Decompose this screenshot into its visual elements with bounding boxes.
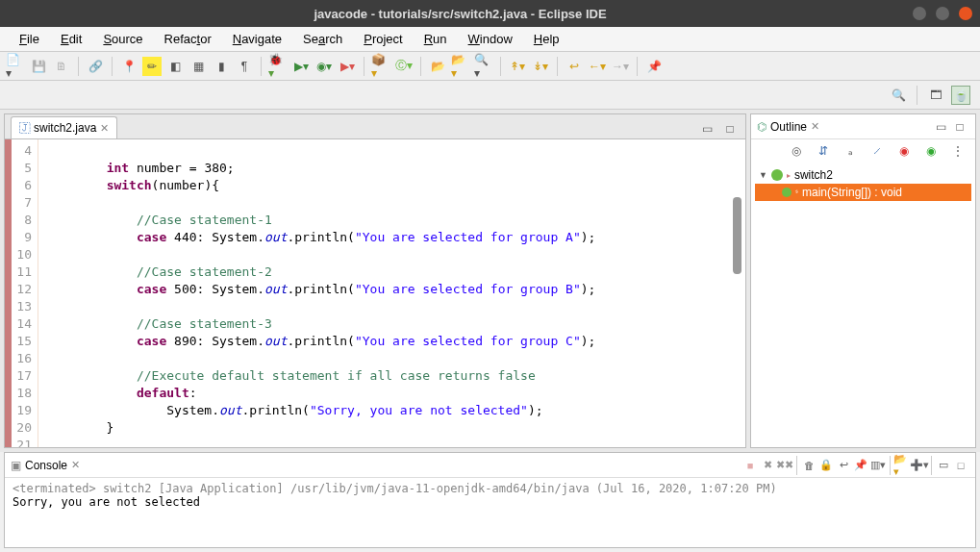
mark-icon[interactable]: ▮: [212, 57, 231, 76]
console-title: Console: [25, 459, 67, 472]
run-icon[interactable]: ▶▾: [291, 57, 311, 76]
terminated-line: <terminated> switch2 [Java Application] …: [13, 482, 967, 495]
pin-editor-icon[interactable]: 📌: [644, 57, 664, 76]
focus-icon[interactable]: ◎: [787, 141, 806, 161]
next-ann-icon[interactable]: ↡▾: [531, 57, 550, 76]
open-type-icon[interactable]: 📂: [428, 57, 447, 76]
window-title: javacode - tutorials/src/switch2.java - …: [8, 7, 913, 21]
menu-file[interactable]: File: [10, 29, 49, 49]
word-wrap-icon[interactable]: ↩: [835, 457, 852, 474]
java-file-icon: 🇯: [19, 122, 30, 134]
code-content[interactable]: int number = 380; switch(number){ //Case…: [38, 139, 733, 447]
main-toolbar: 📄▾ 💾 🗎 🔗 📍 ✏ ◧ ▦ ▮ ¶ 🐞▾ ▶▾ ◉▾ ▶▾ 📦▾ Ⓒ▾ 📂…: [0, 52, 980, 81]
hide-fields-icon[interactable]: ₐ: [841, 141, 860, 161]
editor-tab-label: switch2.java: [34, 121, 96, 135]
menu-search[interactable]: Search: [293, 29, 352, 49]
menu-icon[interactable]: ⋮: [948, 141, 967, 161]
vertical-scrollbar[interactable]: [733, 197, 741, 274]
block-icon[interactable]: ▦: [188, 57, 208, 76]
error-stripe: [5, 139, 12, 447]
console-icon: ▣: [11, 459, 21, 472]
link-icon[interactable]: 🔗: [86, 57, 105, 76]
sort-icon[interactable]: ⇵: [814, 141, 833, 161]
menu-navigate[interactable]: Navigate: [223, 29, 291, 49]
toggle-icon[interactable]: ◧: [165, 57, 185, 76]
new-icon[interactable]: 📄▾: [6, 57, 25, 76]
pin-icon[interactable]: 📍: [119, 57, 138, 76]
display-icon[interactable]: ▥▾: [869, 457, 887, 474]
menu-help[interactable]: Help: [524, 29, 569, 49]
prev-ann-icon[interactable]: ↟▾: [508, 57, 527, 76]
ext-run-icon[interactable]: ▶▾: [338, 57, 357, 76]
pin-console-icon[interactable]: 📌: [852, 457, 869, 474]
fwd-icon[interactable]: →▾: [611, 57, 630, 76]
code-editor[interactable]: 456789101112131415161718192021 int numbe…: [5, 139, 745, 447]
scroll-lock-icon[interactable]: 🔒: [817, 457, 835, 474]
open-perspective-icon[interactable]: 🗔: [926, 86, 945, 105]
newclass-icon[interactable]: Ⓒ▾: [394, 57, 414, 76]
para-icon[interactable]: ¶: [235, 57, 254, 76]
method-name-label: main(String[]) : void: [802, 186, 902, 199]
remove-icon[interactable]: ✖: [759, 457, 776, 474]
highlight-icon[interactable]: ✏: [142, 57, 162, 76]
maximize-view-icon[interactable]: □: [720, 119, 740, 138]
console-close-icon[interactable]: ✕: [71, 459, 80, 471]
tab-close-icon[interactable]: ✕: [100, 122, 109, 135]
outline-title: Outline: [770, 120, 807, 134]
menu-window[interactable]: Window: [459, 29, 522, 49]
titlebar: javacode - tutorials/src/switch2.java - …: [0, 0, 980, 27]
debug-icon[interactable]: 🐞▾: [268, 57, 288, 76]
menubar: File Edit Source Refactor Navigate Searc…: [0, 27, 980, 52]
console-output[interactable]: <terminated> switch2 [Java Application] …: [5, 478, 975, 547]
class-name-label: switch2: [794, 168, 833, 182]
line-gutter: 456789101112131415161718192021: [12, 139, 38, 447]
close-button[interactable]: [959, 7, 972, 20]
outline-toolbar: ◎ ⇵ ₐ ⟋ ◉ ◉ ⋮: [751, 139, 975, 163]
terminate-icon[interactable]: ■: [741, 457, 759, 474]
maximize-button[interactable]: [936, 7, 949, 20]
menu-run[interactable]: Run: [415, 29, 457, 49]
editor-tab[interactable]: 🇯 switch2.java ✕: [11, 116, 117, 138]
twisty-icon[interactable]: ▼: [759, 170, 767, 180]
outline-tree[interactable]: ▼ ▸ switch2 ˢ main(String[]) : void: [751, 163, 975, 205]
perspective-toolbar: 🔍 🗔 🍵: [0, 81, 980, 110]
outline-min-icon[interactable]: ▭: [931, 117, 950, 137]
editor-tabbar: 🇯 switch2.java ✕ ▭ □: [5, 114, 745, 139]
class-icon: [771, 169, 783, 181]
editor-panel: 🇯 switch2.java ✕ ▭ □ 4567891011121314151…: [4, 113, 746, 448]
menu-project[interactable]: Project: [354, 29, 412, 49]
outline-icon: ⌬: [757, 120, 766, 134]
console-min-icon[interactable]: ▭: [935, 457, 952, 474]
open-console-icon[interactable]: 📂▾: [893, 457, 911, 474]
output-line: Sorry, you are not selected: [13, 495, 967, 509]
search-icon[interactable]: 🔍▾: [474, 57, 493, 76]
saveall-icon[interactable]: 🗎: [52, 57, 71, 76]
hide-local-icon[interactable]: ◉: [921, 141, 941, 161]
menu-edit[interactable]: Edit: [51, 29, 91, 49]
new-console-icon[interactable]: ➕▾: [911, 457, 928, 474]
removeall-icon[interactable]: ✖✖: [776, 457, 793, 474]
last-edit-icon[interactable]: ↩: [565, 57, 584, 76]
console-panel: ▣ Console ✕ ■ ✖ ✖✖ 🗑 🔒 ↩ 📌 ▥▾ 📂▾ ➕▾ ▭ □ …: [4, 452, 976, 548]
quick-access-icon[interactable]: 🔍: [889, 86, 908, 105]
tree-node-class[interactable]: ▼ ▸ switch2: [755, 166, 971, 184]
save-icon[interactable]: 💾: [29, 57, 48, 76]
menu-source[interactable]: Source: [93, 29, 152, 49]
menu-refactor[interactable]: Refactor: [155, 29, 221, 49]
outline-panel: ⌬ Outline ✕ ▭ □ ◎ ⇵ ₐ ⟋ ◉ ◉ ⋮ ▼ ▸ switch…: [750, 113, 976, 448]
console-max-icon[interactable]: □: [952, 457, 969, 474]
hide-static-icon[interactable]: ⟋: [867, 141, 887, 161]
tree-node-method[interactable]: ˢ main(String[]) : void: [755, 184, 971, 201]
newpkg-icon[interactable]: 📦▾: [371, 57, 390, 76]
clear-icon[interactable]: 🗑: [800, 457, 817, 474]
open-task-icon[interactable]: 📂▾: [451, 57, 470, 76]
hide-nonpublic-icon[interactable]: ◉: [894, 141, 914, 161]
minimize-button[interactable]: [913, 7, 926, 20]
back-icon[interactable]: ←▾: [588, 57, 607, 76]
method-icon: [782, 188, 792, 197]
coverage-icon[interactable]: ◉▾: [314, 57, 334, 76]
minimize-view-icon[interactable]: ▭: [697, 119, 716, 138]
outline-close-icon[interactable]: ✕: [811, 120, 819, 133]
java-perspective-icon[interactable]: 🍵: [951, 86, 970, 105]
outline-max-icon[interactable]: □: [950, 117, 969, 137]
